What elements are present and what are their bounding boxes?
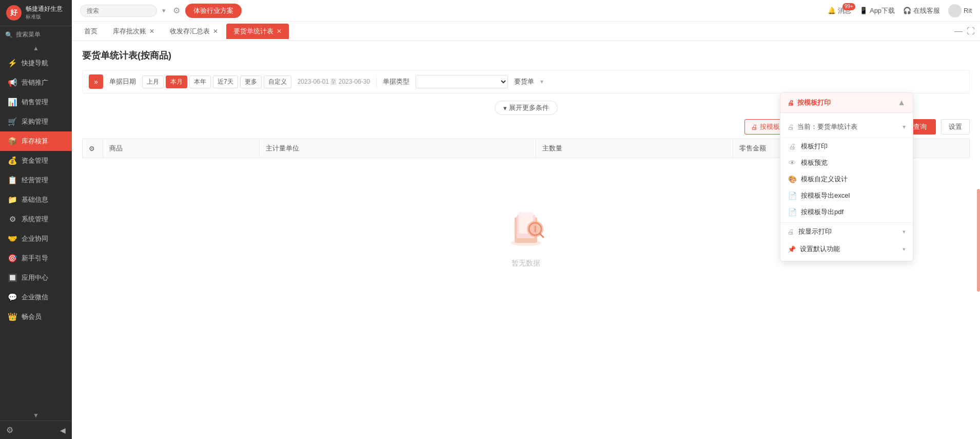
nav-icon-marketing: 📢 xyxy=(7,78,17,87)
default-func-label: 设置默认功能 xyxy=(800,244,840,254)
sidebar-item-inventory[interactable]: 📦 库存核算 xyxy=(0,131,72,151)
sidebar-item-wechat[interactable]: 💬 企业微信 xyxy=(0,288,72,307)
yaohuodan-dropdown-icon[interactable]: ▾ xyxy=(540,78,543,85)
date-btn-this-year[interactable]: 本年 xyxy=(189,75,211,88)
dropdown-item-export-pdf[interactable]: 📄 按模板导出pdf xyxy=(780,204,913,220)
current-label: 当前：要货单统计表 xyxy=(797,122,857,131)
content-area: 要货单统计表(按商品) » 单据日期 上月 本月 本年 近7天 更多 自定义 2… xyxy=(72,41,980,439)
filter-expand-button[interactable]: » xyxy=(89,74,103,89)
dropdown-current-header[interactable]: 🖨 当前：要货单统计表 ▾ xyxy=(788,119,906,135)
sidebar-item-member[interactable]: 👑 畅会员 xyxy=(0,307,72,327)
nav-label-member: 畅会员 xyxy=(22,312,42,321)
chevron-down-icon: ▾ xyxy=(503,104,507,112)
date-range-display: 2023-06-01 至 2023-06-30 xyxy=(298,78,370,86)
tab-order-stats-label: 要货单统计表 xyxy=(233,27,273,36)
tabs-bar: 首页 库存批次账 ✕ 收发存汇总表 ✕ 要货单统计表 ✕ — ⛶ xyxy=(72,22,980,41)
expand-more-label: 展开更多条件 xyxy=(509,103,549,112)
logo-text: 畅捷通好生意 xyxy=(26,5,63,13)
nav-label-operation: 经营管理 xyxy=(22,176,48,185)
template-preview-label: 模板预览 xyxy=(801,158,828,167)
app-download-button[interactable]: 📱 App下载 xyxy=(859,6,895,15)
nav-label-basic: 基础信息 xyxy=(22,195,48,204)
sidebar-search[interactable]: 🔍 搜索菜单 xyxy=(0,26,72,43)
tab-home[interactable]: 首页 xyxy=(77,24,105,39)
bell-icon: 🔔 xyxy=(828,7,836,14)
sidebar-item-finance[interactable]: 💰 资金管理 xyxy=(0,151,72,170)
date-btn-this-month[interactable]: 本月 xyxy=(166,75,187,88)
dropdown-close-icon[interactable]: ▲ xyxy=(897,98,906,107)
settings-button[interactable]: 设置 xyxy=(941,119,970,135)
dropdown-default-func[interactable]: 📌 设置默认功能 ▾ xyxy=(780,240,913,258)
service-icon: 🎧 xyxy=(903,7,911,14)
sidebar-item-system[interactable]: ⚙ 系统管理 xyxy=(0,209,72,229)
nav-label-finance: 资金管理 xyxy=(22,156,48,165)
tab-home-label: 首页 xyxy=(84,27,97,36)
tab-inventory-batch-close[interactable]: ✕ xyxy=(149,28,154,35)
expand-more-button[interactable]: ▾ 展开更多条件 xyxy=(495,101,558,115)
date-btn-last-month[interactable]: 上月 xyxy=(142,75,164,88)
sidebar-scroll-down[interactable]: ▼ xyxy=(0,410,72,421)
dropdown-item-template-preview[interactable]: 👁 模板预览 xyxy=(780,155,913,171)
main-area: ▾ ⚙ 体验行业方案 🔔 消息 99+ 📱 App下载 🎧 在线客服 Rit xyxy=(72,0,980,439)
date-btn-custom[interactable]: 自定义 xyxy=(264,75,291,88)
template-custom-label: 模板自定义设计 xyxy=(801,175,848,184)
print-dropdown: 🖨 按模板打印 ▲ 🖨 当前：要货单统计表 ▾ 🖨 xyxy=(780,92,913,261)
nav-icon-sales: 📊 xyxy=(7,98,17,107)
sidebar-item-basic[interactable]: 📁 基础信息 xyxy=(0,190,72,209)
nav-icon-operation: 📋 xyxy=(7,176,17,185)
sidebar-item-collab[interactable]: 🤝 企业协同 xyxy=(0,229,72,249)
display-print-label: 按显示打印 xyxy=(798,227,832,236)
tab-minimize-icon[interactable]: — xyxy=(954,27,963,36)
tab-receivable-summary[interactable]: 收发存汇总表 ✕ xyxy=(163,24,225,39)
tab-controls: — ⛶ xyxy=(954,27,975,36)
sidebar: 好 畅捷通好生意 标准版 🔍 搜索菜单 ▲ ⚡ 快捷导航 📢 营销推广 📊 销售… xyxy=(0,0,72,439)
dropdown-title-label: 按模板打印 xyxy=(797,98,831,107)
dropdown-item-export-excel[interactable]: 📄 按模板导出excel xyxy=(780,187,913,204)
nav-label-collab: 企业协同 xyxy=(22,234,48,243)
dropdown-item-template-print[interactable]: 🖨 模板打印 xyxy=(780,138,913,155)
right-scrollbar[interactable] xyxy=(977,189,980,292)
nav-icon-finance: 💰 xyxy=(7,156,17,165)
notification-button[interactable]: 🔔 消息 99+ xyxy=(828,6,851,15)
tab-receivable-summary-label: 收发存汇总表 xyxy=(170,27,210,36)
export-excel-label: 按模板导出excel xyxy=(801,191,850,200)
user-avatar-button[interactable]: Rit xyxy=(948,4,972,17)
sidebar-collapse-icon[interactable]: ◀ xyxy=(60,426,66,434)
nav-label-inventory: 库存核算 xyxy=(22,137,48,146)
sidebar-item-operation[interactable]: 📋 经营管理 xyxy=(0,170,72,190)
sidebar-item-quick-nav[interactable]: ⚡ 快捷导航 xyxy=(0,53,72,73)
tab-order-stats-close[interactable]: ✕ xyxy=(277,28,282,35)
template-custom-icon: 🎨 xyxy=(788,175,797,183)
date-filter-label: 单据日期 xyxy=(109,77,136,86)
nav-icon-apps: 🔲 xyxy=(7,273,17,282)
tab-order-stats[interactable]: 要货单统计表 ✕ xyxy=(226,24,289,39)
sidebar-item-marketing[interactable]: 📢 营销推广 xyxy=(0,73,72,92)
sidebar-item-apps[interactable]: 🔲 应用中心 xyxy=(0,268,72,288)
tab-expand-icon[interactable]: ⛶ xyxy=(967,27,975,36)
trial-button[interactable]: 体验行业方案 xyxy=(185,4,242,18)
sidebar-logo: 好 畅捷通好生意 标准版 xyxy=(0,0,72,26)
tab-inventory-batch[interactable]: 库存批次账 ✕ xyxy=(106,24,162,39)
topbar-gear-icon[interactable]: ⚙ xyxy=(173,6,180,15)
date-btn-more[interactable]: 更多 xyxy=(240,75,262,88)
table-header-settings[interactable]: ⚙ xyxy=(83,139,103,158)
app-download-label: App下载 xyxy=(870,6,895,15)
tab-inventory-batch-label: 库存批次账 xyxy=(113,27,146,36)
type-filter-select[interactable] xyxy=(416,75,508,88)
search-icon: 🔍 xyxy=(5,31,13,39)
sidebar-settings-icon[interactable]: ⚙ xyxy=(6,425,13,435)
sidebar-item-purchase[interactable]: 🛒 采购管理 xyxy=(0,112,72,131)
date-btn-7days[interactable]: 近7天 xyxy=(213,75,238,88)
customer-service-button[interactable]: 🎧 在线客服 xyxy=(903,6,940,15)
nav-icon-wechat: 💬 xyxy=(7,293,17,302)
topbar-search-input[interactable] xyxy=(80,5,157,17)
sidebar-scroll-up[interactable]: ▲ xyxy=(0,43,72,53)
dropdown-item-template-custom[interactable]: 🎨 模板自定义设计 xyxy=(780,171,913,187)
tab-receivable-summary-close[interactable]: ✕ xyxy=(213,28,218,35)
nav-label-quick: 快捷导航 xyxy=(22,59,48,68)
sidebar-item-sales[interactable]: 📊 销售管理 xyxy=(0,92,72,112)
nav-label-sales: 销售管理 xyxy=(22,98,48,107)
sidebar-item-guide[interactable]: 🎯 新手引导 xyxy=(0,249,72,268)
dropdown-display-print[interactable]: 🖨 按显示打印 ▾ xyxy=(780,223,913,240)
topbar-chevron-icon[interactable]: ▾ xyxy=(162,7,166,14)
